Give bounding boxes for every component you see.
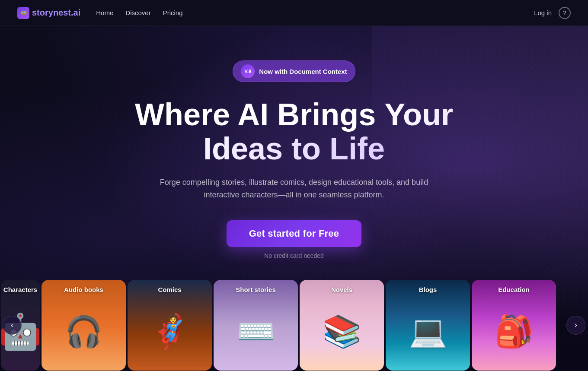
card-blogs[interactable]: Blogs 💻 bbox=[386, 280, 470, 371]
card-comics-bg: Comics 🦸 bbox=[128, 280, 212, 371]
logo-icon: 🪺 bbox=[17, 7, 29, 19]
nav-link-home[interactable]: Home bbox=[96, 9, 113, 16]
card-novels-bg: Novels 📚 bbox=[300, 280, 384, 371]
logo-wordmark: storynest.ai bbox=[32, 8, 80, 18]
navbar: 🪺 storynest.ai Home Discover Pricing Log… bbox=[0, 0, 588, 26]
card-shortstories-illustration: ⌨️ bbox=[214, 297, 298, 366]
card-blogs-label: Blogs bbox=[386, 286, 470, 293]
cta-button[interactable]: Get started for Free bbox=[227, 220, 362, 247]
nav-left: 🪺 storynest.ai Home Discover Pricing bbox=[17, 7, 183, 19]
card-education-label: Education bbox=[472, 286, 556, 293]
card-audiobooks-bg: Audio books 🎧 bbox=[42, 280, 126, 371]
card-comics-label: Comics bbox=[128, 286, 212, 293]
chevron-left-icon: ‹ bbox=[11, 320, 13, 330]
card-shortstories-label: Short stories bbox=[214, 286, 298, 293]
card-comics-illustration: 🦸 bbox=[128, 297, 212, 366]
carousel: ‹ Characters 🤖 Audio books 🎧 Comic bbox=[0, 280, 588, 371]
card-blogs-bg: Blogs 💻 bbox=[386, 280, 470, 371]
no-cc-text: No credit card needed bbox=[264, 252, 324, 259]
card-shortstories-bg: Short stories ⌨️ bbox=[214, 280, 298, 371]
nav-item-home[interactable]: Home bbox=[96, 9, 113, 17]
card-audiobooks[interactable]: Audio books 🎧 bbox=[42, 280, 126, 371]
card-education-bg: Education 🎒 bbox=[472, 280, 556, 371]
card-audiobooks-illustration: 🎧 bbox=[42, 297, 126, 366]
carousel-next-button[interactable]: › bbox=[566, 316, 585, 335]
carousel-prev-button[interactable]: ‹ bbox=[3, 316, 22, 335]
login-button[interactable]: Log in bbox=[534, 9, 552, 16]
help-button[interactable]: ? bbox=[559, 7, 571, 19]
card-shortstories[interactable]: Short stories ⌨️ bbox=[214, 280, 298, 371]
badge-text: Now with Document Context bbox=[259, 68, 347, 75]
chevron-right-icon: › bbox=[575, 320, 577, 330]
logo[interactable]: 🪺 storynest.ai bbox=[17, 7, 80, 19]
card-audiobooks-label: Audio books bbox=[42, 286, 126, 293]
card-education-illustration: 🎒 bbox=[472, 297, 556, 366]
version-tag: V.9 bbox=[241, 64, 255, 78]
version-badge[interactable]: V.9 Now with Document Context bbox=[233, 60, 355, 82]
card-novels-illustration: 📚 bbox=[300, 297, 384, 366]
card-characters-label: Characters bbox=[1, 286, 40, 293]
hero-title: Where AI Brings Your Ideas to Life bbox=[99, 98, 489, 166]
nav-links: Home Discover Pricing bbox=[96, 9, 182, 17]
card-comics[interactable]: Comics 🦸 bbox=[128, 280, 212, 371]
nav-item-pricing[interactable]: Pricing bbox=[163, 9, 183, 17]
nav-right: Log in ? bbox=[534, 7, 571, 19]
card-novels-label: Novels bbox=[300, 286, 384, 293]
card-novels[interactable]: Novels 📚 bbox=[300, 280, 384, 371]
nav-item-discover[interactable]: Discover bbox=[125, 9, 150, 17]
hero-section: V.9 Now with Document Context Where AI B… bbox=[0, 26, 588, 371]
card-blogs-illustration: 💻 bbox=[386, 297, 470, 366]
nav-link-discover[interactable]: Discover bbox=[125, 9, 150, 16]
card-education[interactable]: Education 🎒 bbox=[472, 280, 556, 371]
nav-link-pricing[interactable]: Pricing bbox=[163, 9, 183, 16]
carousel-track: Characters 🤖 Audio books 🎧 Comics 🦸 bbox=[0, 280, 588, 371]
hero-title-plain: Where AI Brings bbox=[135, 97, 384, 132]
hero-subtitle: Forge compelling stories, illustrate com… bbox=[143, 176, 445, 201]
